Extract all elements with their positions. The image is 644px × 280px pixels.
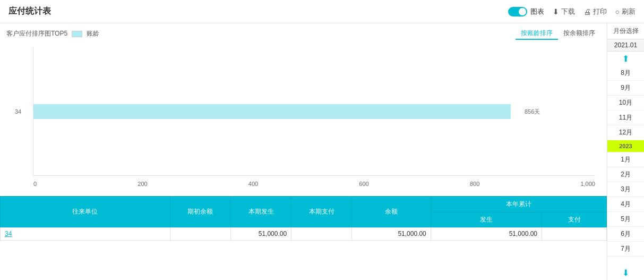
right-sidebar: 月份选择 2021.01 ⬆ 8月 9月 10月 11月 12月 2023 1月… (607, 23, 644, 280)
sidebar-month-2[interactable]: 2月 (607, 167, 644, 182)
chart-inner: 34 856天 0 200 400 600 800 1,000 (33, 47, 595, 176)
sidebar-month-7[interactable]: 7月 (607, 242, 644, 257)
chart-toggle[interactable] (508, 7, 527, 16)
chart-section: 客户应付排序图TOP5 账龄 按账龄排序 按余额排序 34 856天 (0, 23, 607, 196)
refresh-icon: ○ (615, 7, 620, 16)
th-col5: 余额 (352, 197, 431, 227)
x-tick-200: 200 (138, 181, 147, 187)
legend-title: 客户应付排序图TOP5 (6, 29, 67, 38)
table-header-row: 往来单位 期初余额 本期发生 本期支付 余额 本年累计 (1, 197, 607, 213)
cell-col2 (170, 227, 230, 241)
sort-by-amount-btn[interactable]: 按余额排序 (558, 28, 600, 40)
sidebar-month-8[interactable]: 8月 (607, 66, 644, 81)
chart-container: 34 856天 0 200 400 600 800 1,000 (6, 43, 600, 192)
sidebar-month-12[interactable]: 12月 (607, 125, 644, 140)
chart-bar: 856天 (33, 104, 511, 119)
cell-col5: 51,000.00 (352, 227, 431, 241)
row-link[interactable]: 34 (5, 230, 12, 237)
sidebar-month-1[interactable]: 1月 (607, 152, 644, 167)
x-axis: 0 200 400 600 800 1,000 (33, 181, 595, 187)
content-area: 客户应付排序图TOP5 账龄 按账龄排序 按余额排序 34 856天 (0, 23, 607, 280)
th-col3: 本期发生 (230, 197, 291, 227)
legend-color-box (72, 31, 82, 37)
main-layout: 客户应付排序图TOP5 账龄 按账龄排序 按余额排序 34 856天 (0, 23, 644, 280)
download-button[interactable]: ⬇ 下载 (553, 7, 575, 16)
x-tick-400: 400 (248, 181, 258, 187)
th-col1: 往来单位 (1, 197, 170, 227)
th-col6-sub1: 发生 (431, 213, 542, 227)
table-body: 34 51,000.00 51,000.00 51,000.00 (1, 227, 607, 241)
page-title: 应付统计表 (8, 6, 51, 17)
cell-col6-sub1: 51,000.00 (431, 227, 542, 241)
header-actions: 图表 ⬇ 下载 🖨 打印 ○ 刷新 (508, 7, 636, 16)
sidebar-up-btn[interactable]: ⬆ (607, 52, 644, 66)
download-icon: ⬇ (553, 7, 559, 16)
print-icon: 🖨 (583, 7, 591, 16)
cell-col1: 34 (1, 227, 170, 241)
page-header: 应付统计表 图表 ⬇ 下载 🖨 打印 ○ 刷新 (0, 0, 644, 23)
sidebar-header: 月份选择 (607, 23, 644, 39)
chart-toggle-wrapper: 图表 (508, 7, 544, 16)
th-col6-sub2: 支付 (542, 213, 607, 227)
x-tick-800: 800 (470, 181, 479, 187)
print-button[interactable]: 🖨 打印 (583, 7, 607, 16)
chart-toggle-label: 图表 (530, 7, 544, 16)
sidebar-month-11[interactable]: 11月 (607, 111, 644, 125)
x-tick-600: 600 (359, 181, 368, 187)
bar-end-label: 856天 (525, 107, 540, 115)
cell-col6-sub2 (542, 227, 607, 241)
sort-by-balance-btn[interactable]: 按账龄排序 (516, 28, 558, 40)
sidebar-month-6[interactable]: 6月 (607, 227, 644, 242)
sort-buttons: 按账龄排序 按余额排序 (516, 28, 600, 40)
sidebar-month-9[interactable]: 9月 (607, 81, 644, 96)
legend-color-label: 账龄 (87, 29, 99, 38)
sidebar-month-10[interactable]: 10月 (607, 96, 644, 111)
data-table: 往来单位 期初余额 本期发生 本期支付 余额 本年累计 发生 支付 (0, 196, 607, 241)
sidebar-month-3[interactable]: 3月 (607, 182, 644, 197)
table-row: 34 51,000.00 51,000.00 51,000.00 (1, 227, 607, 241)
x-tick-1000: 1,000 (580, 181, 595, 187)
sidebar-months: 8月 9月 10月 11月 12月 2023 1月 2月 3月 4月 5月 6月… (607, 66, 644, 266)
sidebar-year[interactable]: 2021.01 (607, 39, 644, 52)
th-col2: 期初余额 (170, 197, 230, 227)
cell-col4 (291, 227, 352, 241)
x-tick-0: 0 (33, 181, 37, 187)
sidebar-month-4[interactable]: 4月 (607, 197, 644, 212)
th-col6: 本年累计 (431, 197, 606, 213)
chart-legend: 客户应付排序图TOP5 账龄 (6, 29, 99, 38)
sidebar-down-btn[interactable]: ⬇ (607, 266, 644, 280)
refresh-button[interactable]: ○ 刷新 (615, 7, 636, 16)
th-col4: 本期支付 (291, 197, 352, 227)
sidebar-month-5[interactable]: 5月 (607, 212, 644, 227)
sidebar-year-2023: 2023 (607, 140, 644, 152)
table-section: 往来单位 期初余额 本期发生 本期支付 余额 本年累计 发生 支付 (0, 196, 607, 280)
chart-toolbar: 客户应付排序图TOP5 账龄 按账龄排序 按余额排序 (6, 28, 600, 40)
bar-y-label: 34 (15, 108, 21, 115)
cell-col3: 51,000.00 (230, 227, 291, 241)
